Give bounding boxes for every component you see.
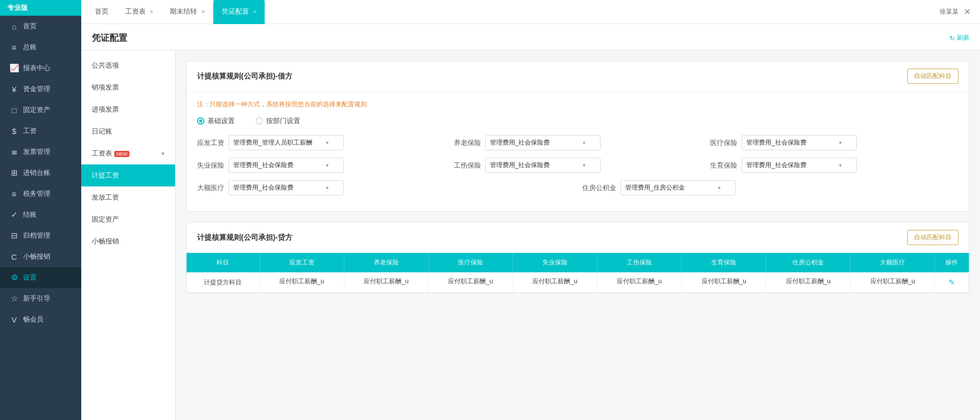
credit-table-wrapper: 科目应发工资养老保险医疗保险失业保险工伤保险生育保险住房公积金大额医疗操作 计提… [187, 253, 969, 293]
debit-label-0-2: 医疗保险 [710, 138, 737, 148]
left-nav-salary-table[interactable]: 工资表NEW▾ [81, 142, 175, 164]
left-nav-label-salary-table: 工资表NEW [92, 149, 129, 158]
debit-auto-match-button[interactable]: 自动匹配科目 [907, 69, 959, 84]
debit-label-1-1: 工伤保险 [454, 161, 481, 170]
debit-field-1-1: 工伤保险 管理费用_社会保险费 ▾ [454, 158, 702, 173]
sidebar-label-report-center: 报表中心 [23, 63, 50, 73]
chevron-down-icon: ▾ [839, 162, 842, 168]
credit-cell-text-0-0: 应付职工薪酬_u [279, 277, 324, 286]
left-nav-public-options[interactable]: 公共选项 [81, 54, 175, 76]
credit-col-header-2: 养老保险 [344, 253, 428, 272]
credit-cell-text-0-2: 应付职工薪酬_u [448, 277, 493, 286]
debit-select-1-1[interactable]: 管理费用_社会保险费 ▾ [485, 158, 601, 173]
debit-select-1-2[interactable]: 管理费用_社会保险费 ▾ [742, 158, 857, 173]
top-bar: 首页工资表×期末结转×凭证配置× 徐某某 ✕ [81, 0, 980, 24]
credit-cell-0-1: 应付职工薪酬_u [344, 272, 428, 293]
chevron-down-icon: ▾ [583, 140, 585, 146]
credit-col-header-9: 操作 [935, 253, 969, 272]
credit-cell-text-0-4: 应付职工薪酬_u [617, 277, 661, 286]
chevron-down-icon: ▾ [326, 185, 329, 191]
sidebar-item-invoice-management[interactable]: ≣ 发票管理 [0, 141, 81, 162]
credit-table: 科目应发工资养老保险医疗保险失业保险工伤保险生育保险住房公积金大额医疗操作 计提… [187, 253, 969, 293]
tab-label-voucher-config: 凭证配置 [222, 7, 249, 16]
sidebar-item-payroll[interactable]: $ 工资 [0, 120, 81, 141]
left-nav-xiaochu-nav[interactable]: 小畅报销 [81, 230, 175, 252]
credit-action-0[interactable]: ✎ [935, 272, 969, 293]
debit-select-value-2-0: 管理费用_社会保险费 [233, 183, 323, 192]
sidebar-item-archive-management[interactable]: ⊟ 归档管理 [0, 225, 81, 246]
tab-voucher-config[interactable]: 凭证配置× [213, 0, 265, 24]
credit-col-header-5: 工伤保险 [597, 253, 682, 272]
left-nav-jiti-salary[interactable]: 计提工资 [81, 164, 175, 186]
debit-section-header: 计提核算规则(公司承担)-借方 自动匹配科目 [187, 61, 969, 92]
left-nav-label-fixed-assets-nav: 固定资产 [92, 215, 119, 224]
sidebar-item-fixed-assets[interactable]: □ 固定资产 [0, 100, 81, 120]
debit-label-0-1: 养老保险 [454, 138, 481, 148]
refresh-button[interactable]: ↻ 刷新 [950, 34, 970, 42]
credit-cell-0-7: 应付职工薪酬_u [851, 272, 935, 293]
top-bar-right: 徐某某 [940, 7, 959, 16]
credit-auto-match-button[interactable]: 自动匹配科目 [907, 230, 959, 245]
credit-col-header-0: 科目 [187, 253, 259, 272]
sidebar-item-closing[interactable]: ✓ 结账 [0, 204, 81, 225]
debit-select-value-0-2: 管理费用_社会保险费 [746, 138, 836, 147]
tab-close-period-end[interactable]: × [201, 8, 204, 15]
left-nav-journal[interactable]: 日记账 [81, 120, 175, 142]
sidebar-label-member: 畅会员 [23, 315, 43, 324]
tab-home[interactable]: 首页 [86, 0, 117, 24]
main-area: 首页工资表×期末结转×凭证配置× 徐某某 ✕ 凭证配置 ↻ 刷新 公共选项销项发… [81, 0, 980, 420]
radio-department[interactable]: 按部门设置 [256, 116, 300, 126]
tab-close-salary-table[interactable]: × [150, 8, 153, 15]
window-close-button[interactable]: ✕ [960, 7, 975, 17]
credit-cell-text-0-6: 应付职工薪酬_u [786, 277, 831, 286]
credit-cell-0-2: 应付职工薪酬_u [428, 272, 513, 293]
credit-col-header-1: 应发工资 [259, 253, 344, 272]
debit-select-value-1-0: 管理费用_社会保险费 [233, 161, 323, 170]
debit-select-2-0[interactable]: 管理费用_社会保险费 ▾ [228, 180, 344, 195]
credit-section: 计提核算规则(公司承担)-贷方 自动匹配科目 科目应发工资养老保险医疗保险失业保… [186, 222, 970, 293]
credit-cell-0-5: 应付职工薪酬_u [682, 272, 766, 293]
debit-select-value-1-2: 管理费用_社会保险费 [746, 161, 836, 170]
debit-select-2-1[interactable]: 管理费用_住房公积金 ▾ [620, 180, 736, 195]
sidebar-item-xiaochu-expense[interactable]: C 小畅报销 [0, 246, 81, 267]
debit-label-2-0: 大额医疗 [197, 183, 224, 193]
purchase-sales-icon: ⊞ [9, 168, 19, 178]
debit-select-1-0[interactable]: 管理费用_社会保险费 ▾ [228, 158, 344, 173]
tab-close-voucher-config[interactable]: × [253, 8, 256, 15]
edit-icon-0[interactable]: ✎ [949, 278, 955, 286]
tab-period-end[interactable]: 期末结转× [161, 0, 213, 24]
radio-basic[interactable]: 基础设置 [197, 116, 235, 126]
debit-form-row-0: 应发工资 管理费用_管理人员职工薪酬 ▾ 养老保险 管理费用_社会保险费 ▾ 医… [197, 135, 959, 150]
tax-management-icon: ≡ [9, 190, 19, 198]
general-ledger-icon: ≡ [9, 43, 19, 52]
sidebar-item-new-guide[interactable]: ☆ 新手引导 [0, 288, 81, 309]
debit-select-0-0[interactable]: 管理费用_管理人员职工薪酬 ▾ [228, 135, 344, 150]
sidebar-item-fund-management[interactable]: ¥ 资金管理 [0, 79, 81, 100]
sidebar-item-purchase-sales[interactable]: ⊞ 进销台账 [0, 162, 81, 183]
left-nav-fixed-assets-nav[interactable]: 固定资产 [81, 208, 175, 230]
sidebar-item-general-ledger[interactable]: ≡ 总账 [0, 37, 81, 58]
left-nav-input-invoice[interactable]: 进项发票 [81, 98, 175, 120]
sidebar-item-report-center[interactable]: 📈 报表中心 [0, 58, 81, 79]
left-nav-red-invoice[interactable]: 销项发票 [81, 76, 175, 98]
tab-salary-table[interactable]: 工资表× [117, 0, 161, 24]
new-badge-salary-table: NEW [114, 151, 129, 157]
sidebar-item-home[interactable]: ⌂ 首页 [0, 16, 81, 37]
page-header: 凭证配置 ↻ 刷新 [81, 24, 980, 50]
debit-select-value-0-1: 管理费用_社会保险费 [490, 138, 580, 147]
left-nav-distribute-salary[interactable]: 发放工资 [81, 186, 175, 208]
debit-section-title: 计提核算规则(公司承担)-借方 [197, 72, 292, 81]
credit-section-header: 计提核算规则(公司承担)-贷方 自动匹配科目 [187, 223, 969, 253]
archive-management-icon: ⊟ [9, 231, 19, 240]
radio-department-label: 按部门设置 [266, 116, 300, 126]
sidebar-label-invoice-management: 发票管理 [23, 147, 50, 157]
sidebar-item-member[interactable]: V 畅会员 [0, 309, 81, 330]
sidebar-item-tax-management[interactable]: ≡ 税务管理 [0, 183, 81, 204]
sidebar-item-settings[interactable]: ⚙ 设置 [0, 267, 81, 288]
debit-section: 计提核算规则(公司承担)-借方 自动匹配科目 注：只能选择一种方式，系统将按照您… [186, 61, 970, 212]
page-content: 凭证配置 ↻ 刷新 公共选项销项发票进项发票日记账工资表NEW▾计提工资发放工资… [81, 24, 980, 420]
debit-label-1-0: 失业保险 [197, 161, 224, 170]
debit-select-0-1[interactable]: 管理费用_社会保险费 ▾ [485, 135, 601, 150]
debit-select-0-2[interactable]: 管理费用_社会保险费 ▾ [742, 135, 857, 150]
refresh-label: 刷新 [957, 34, 970, 42]
